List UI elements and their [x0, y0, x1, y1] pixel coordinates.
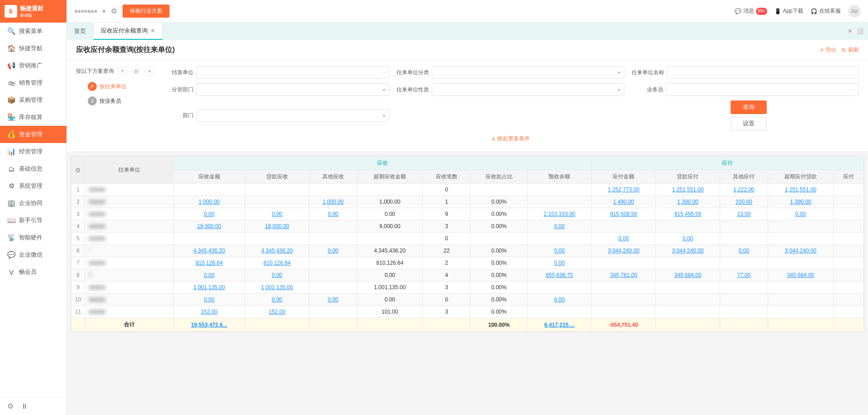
export-button[interactable]: ↗ 导出	[819, 46, 836, 54]
button-area: 查询 设置	[632, 100, 859, 130]
sales-icon: 🛍	[7, 79, 15, 87]
field-settlement-unit: 结算单位 ···	[162, 66, 389, 79]
table-row: 9■■■■■1,001,135.001,001,135.001,001,135.…	[71, 281, 864, 294]
sidebar-item-label: 系统管理	[19, 182, 42, 190]
filter-label: 按以下方案查询	[76, 67, 114, 75]
query-button[interactable]: 查询	[731, 100, 767, 114]
department-input[interactable]: ▾	[196, 109, 389, 122]
table-settings-icon[interactable]: ⚙	[75, 167, 81, 174]
online-service-btn[interactable]: 🎧 在线客服	[811, 7, 841, 15]
col-receivable-ratio: 应收款占比	[471, 170, 528, 184]
logo-icon: 6	[5, 5, 17, 18]
sidebar-item-vip[interactable]: V 畅会员	[0, 263, 66, 281]
field-label-salesperson: 业务员	[632, 86, 663, 94]
tab-receivable[interactable]: 应收应付余额查询 ✕	[94, 23, 163, 40]
user-name: Rit	[851, 9, 857, 14]
table-row: 7■■■■■810,126.64810,126.64810,126.6420.0…	[71, 257, 864, 269]
partner-type-input[interactable]: ▾	[432, 83, 624, 96]
sidebar-item-smarthw[interactable]: 📡 智能硬件	[0, 229, 66, 246]
settings-icon[interactable]: ⚙	[7, 402, 14, 410]
dropdown-arrow[interactable]: ▾	[103, 8, 105, 14]
sidebar-item-quicknav[interactable]: 🏠 快捷导航	[0, 40, 66, 57]
footer-loan-receivable	[245, 318, 309, 332]
sidebar-bottom: ⚙ ⏸	[0, 397, 66, 415]
settlement-unit-input[interactable]: ···	[196, 66, 389, 79]
collapse-filter-btn[interactable]: «	[145, 66, 155, 76]
sidebar-item-enterprise[interactable]: 🏢 企业协同	[0, 195, 66, 212]
search-menu-icon: 🔍	[7, 27, 15, 35]
group-partner-label: 按往来单位	[99, 83, 127, 91]
col-overdue-receivable: 超期应收金额	[357, 170, 423, 184]
branch-dept-input[interactable]: ▾	[196, 83, 389, 96]
footer-loan-payable	[656, 318, 720, 332]
sidebar-item-inventory[interactable]: 🏪 库存核算	[0, 109, 66, 126]
table-settings-header[interactable]: ⚙	[71, 157, 85, 184]
sidebar-item-search[interactable]: 🔍 搜索菜单	[0, 23, 66, 40]
field-partner-type: 往来单位性质 ▾	[396, 83, 624, 96]
sidebar-item-basic[interactable]: 🗂 基础信息	[0, 160, 66, 177]
sidebar-item-finance[interactable]: 💰 资金管理	[0, 126, 66, 143]
col-other-receivable: 其他应收	[309, 170, 357, 184]
footer-other-payable	[720, 318, 768, 332]
sidebar-item-operation[interactable]: 📊 经营管理	[0, 143, 66, 160]
tab-home[interactable]: 首页	[67, 23, 94, 40]
table-row: 5■■■■■00.000.00	[71, 233, 864, 245]
footer-receivable-amount[interactable]: 19,553,472,6...	[174, 318, 245, 332]
sidebar-item-marketing[interactable]: 📢 营销推广	[0, 57, 66, 74]
table-footer: 合计 19,553,472,6... 100.00% 6,417,215....…	[71, 318, 864, 332]
settings-gear-icon[interactable]: ⚙	[111, 7, 117, 15]
salesperson-input[interactable]: ···	[666, 83, 859, 96]
col-other-payable: 其他应付	[720, 170, 768, 184]
sidebar-item-system[interactable]: ⚙ 系统管理	[0, 177, 66, 195]
group-by-partner[interactable]: P 按往来单位	[85, 81, 155, 92]
footer-payable-more	[834, 318, 864, 332]
vip-icon: V	[7, 268, 15, 276]
sidebar-item-wechat[interactable]: 💬 企业微信	[0, 246, 66, 263]
sidebar-item-purchase[interactable]: 📦 采购管理	[0, 91, 66, 109]
table-container: ⚙ 往来单位 应收 应付 应收金额 贷款应收 其他应收 超期应收金额 应收笔数 …	[71, 156, 864, 332]
col-receivable-count: 应收笔数	[423, 170, 471, 184]
settings-filter-btn[interactable]: ◎	[131, 66, 141, 76]
page-header: 应收应付余额查询(按往来单位) ↗ 导出 ↻ 刷新	[67, 40, 868, 61]
table-row: 6^4,345,436.204,345,436.200.004,345,436.…	[71, 245, 864, 257]
tab-close-icon[interactable]: ✕	[151, 28, 155, 34]
app-download-label: App下载	[783, 7, 803, 15]
field-label-category: 往来单位分类	[396, 69, 429, 76]
table-row: 8P0.000.000.0040.00%655,636.75345,761.00…	[71, 269, 864, 281]
refresh-button[interactable]: ↻ 刷新	[842, 46, 859, 54]
group-salesperson-icon: S	[88, 96, 97, 105]
group-by-salesperson[interactable]: S 按业务员	[85, 95, 155, 107]
sidebar-item-guide[interactable]: 📖 新手引导	[0, 212, 66, 229]
sidebar-item-label: 畅会员	[19, 268, 37, 276]
refresh-icon: ↻	[842, 47, 846, 53]
user-avatar[interactable]: Rit	[848, 5, 861, 18]
notification-btn[interactable]: 💬 消息 99+	[735, 7, 767, 15]
logo-area: 6 畅捷通财 标准版	[0, 0, 66, 23]
operation-icon: 📊	[7, 148, 15, 156]
promo-button[interactable]: 体验行业方案	[123, 5, 170, 18]
app-download-btn[interactable]: 📱 App下载	[774, 7, 803, 15]
field-salesperson: 业务员 ···	[632, 83, 859, 96]
tab-receivable-label: 应收应付余额查询	[101, 27, 148, 35]
close-window-icon[interactable]: ✕	[848, 28, 852, 34]
inventory-icon: 🏪	[7, 113, 15, 121]
collapse-icon[interactable]: ⏸	[21, 402, 28, 410]
sidebar-item-sales[interactable]: 🛍 销售管理	[0, 74, 66, 91]
table-row: 10■■■■■0.000.000.000.0000.00%0.00	[71, 294, 864, 306]
sidebar-item-label: 库存核算	[19, 113, 42, 121]
settings-button[interactable]: 设置	[731, 117, 767, 130]
collapse-btn[interactable]: ∧ 收起更多条件	[491, 135, 530, 143]
partner-name-input[interactable]	[667, 66, 859, 79]
col-partner-header: 往来单位	[85, 157, 174, 184]
enterprise-icon: 🏢	[7, 199, 15, 207]
footer-prepaid-balance[interactable]: 6,417,215....	[527, 318, 591, 332]
edition-badge: 标准版	[20, 13, 43, 19]
maximize-icon[interactable]: ⬜	[857, 28, 863, 34]
footer-receivable-count	[423, 318, 471, 332]
export-icon: ↗	[819, 47, 824, 53]
partner-category-input[interactable]: ▾	[432, 66, 624, 79]
add-filter-btn[interactable]: +	[118, 66, 127, 76]
page-actions: ↗ 导出 ↻ 刷新	[819, 46, 859, 54]
footer-empty	[71, 318, 85, 332]
receivable-group-header: 应收	[174, 157, 592, 170]
